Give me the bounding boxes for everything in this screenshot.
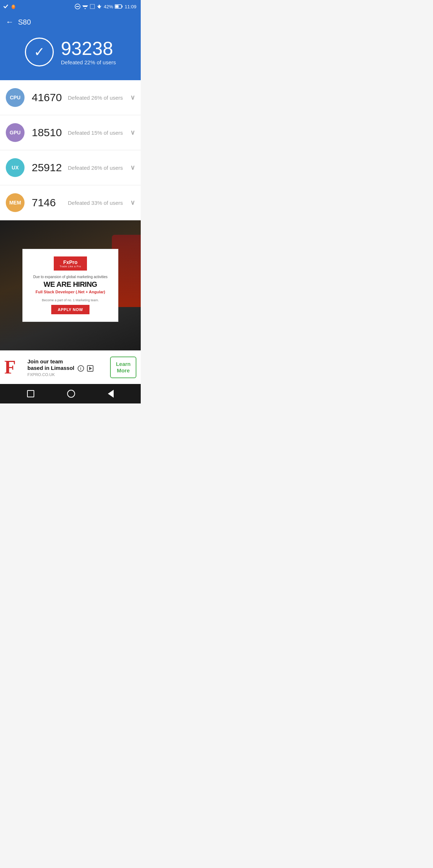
fxpro-logo: FxPro Trade Like a Pro bbox=[54, 256, 87, 271]
info-icon[interactable]: i bbox=[78, 365, 84, 372]
banner-title: Join our team based in Limassol i bbox=[27, 358, 106, 372]
chevron-down-icon: ∨ bbox=[130, 199, 135, 207]
ad-section: FxPro Trade Like a Pro Due to expansion … bbox=[0, 220, 141, 350]
gpu-defeated: Defeated 15% of users bbox=[68, 130, 127, 136]
time-display: 11:09 bbox=[124, 4, 136, 9]
nav-bar bbox=[0, 384, 141, 403]
ad-card[interactable]: FxPro Trade Like a Pro Due to expansion … bbox=[22, 249, 118, 322]
airplane-icon bbox=[97, 4, 102, 9]
page-title: S80 bbox=[18, 18, 31, 26]
app-icon-1 bbox=[3, 4, 9, 9]
app-icon-2 bbox=[11, 4, 16, 9]
header-section: ← S80 ✓ 93238 Defeated 22% of users bbox=[0, 13, 141, 80]
cpu-defeated: Defeated 26% of users bbox=[68, 95, 127, 101]
learn-more-button[interactable]: LearnMore bbox=[110, 357, 136, 378]
mem-defeated: Defeated 33% of users bbox=[68, 200, 127, 206]
status-bar: 42% 11:09 bbox=[0, 0, 141, 13]
bottom-banner-ad: F Join our team based in Limassol i FXPR… bbox=[0, 350, 141, 384]
score-list: CPU 41670 Defeated 26% of users ∨ GPU 18… bbox=[0, 80, 141, 220]
defeated-label: Defeated 22% of users bbox=[61, 59, 116, 65]
battery-icon bbox=[115, 4, 123, 9]
fxpro-sub: Trade Like a Pro bbox=[60, 265, 81, 268]
banner-domain: FXPRO.CO.UK bbox=[27, 372, 106, 377]
header-top-bar: ← S80 bbox=[6, 17, 135, 27]
checkmark-icon: ✓ bbox=[34, 46, 45, 59]
score-item-cpu[interactable]: CPU 41670 Defeated 26% of users ∨ bbox=[0, 80, 141, 115]
dnd-icon bbox=[75, 4, 80, 9]
score-item-gpu[interactable]: GPU 18510 Defeated 15% of users ∨ bbox=[0, 115, 141, 150]
banner-title-line2: based in Limassol bbox=[27, 365, 74, 371]
score-item-ux[interactable]: UX 25912 Defeated 26% of users ∨ bbox=[0, 150, 141, 185]
gpu-score: 18510 bbox=[32, 126, 64, 139]
svg-rect-10 bbox=[122, 6, 123, 8]
main-score-section: ✓ 93238 Defeated 22% of users bbox=[6, 34, 135, 70]
battery-pct: 42% bbox=[104, 4, 113, 9]
ux-defeated: Defeated 26% of users bbox=[68, 165, 127, 171]
nav-square-button[interactable] bbox=[27, 390, 34, 397]
ad-become-text: Become a part of no. 1 Marketing team. bbox=[42, 298, 99, 302]
banner-title-line1: Join our team bbox=[27, 358, 63, 364]
apply-now-button[interactable]: APPLY NOW bbox=[51, 305, 89, 314]
banner-text: Join our team based in Limassol i FXPRO.… bbox=[27, 358, 106, 377]
badge-mem: MEM bbox=[6, 193, 25, 212]
nav-home-button[interactable] bbox=[67, 390, 75, 398]
sim-icon bbox=[90, 4, 95, 9]
play-triangle bbox=[89, 367, 92, 370]
svg-point-1 bbox=[12, 5, 14, 8]
score-item-mem[interactable]: MEM 7146 Defeated 33% of users ∨ bbox=[0, 185, 141, 220]
svg-rect-11 bbox=[115, 5, 119, 8]
ad-small-text: Due to expansion of global marketing act… bbox=[33, 275, 108, 279]
fxpro-text: FxPro bbox=[60, 259, 81, 265]
f-logo: F bbox=[4, 358, 23, 377]
svg-rect-3 bbox=[76, 6, 79, 7]
chevron-down-icon: ∨ bbox=[130, 94, 135, 102]
cpu-score: 41670 bbox=[32, 91, 64, 104]
ad-headline: WE ARE HIRING bbox=[44, 280, 97, 288]
banner-action-icons: i bbox=[78, 365, 93, 372]
total-score: 93238 bbox=[61, 39, 116, 58]
mem-score: 7146 bbox=[32, 197, 64, 209]
ad-role: Full Stack Developer (.Net + Angular) bbox=[35, 290, 105, 294]
wifi-icon bbox=[82, 4, 88, 9]
score-info: 93238 Defeated 22% of users bbox=[61, 39, 116, 65]
chevron-down-icon: ∨ bbox=[130, 129, 135, 137]
status-right-icons: 42% 11:09 bbox=[75, 4, 136, 9]
badge-ux: UX bbox=[6, 158, 25, 177]
chevron-down-icon: ∨ bbox=[130, 164, 135, 172]
play-icon[interactable] bbox=[87, 365, 93, 372]
check-circle: ✓ bbox=[25, 38, 54, 66]
badge-cpu: CPU bbox=[6, 88, 25, 107]
ux-score: 25912 bbox=[32, 161, 64, 174]
back-button[interactable]: ← bbox=[6, 17, 14, 27]
svg-rect-8 bbox=[91, 5, 94, 8]
nav-back-button[interactable] bbox=[108, 390, 114, 398]
ad-background: FxPro Trade Like a Pro Due to expansion … bbox=[0, 220, 141, 350]
badge-gpu: GPU bbox=[6, 123, 25, 142]
status-left-icons bbox=[3, 4, 16, 9]
